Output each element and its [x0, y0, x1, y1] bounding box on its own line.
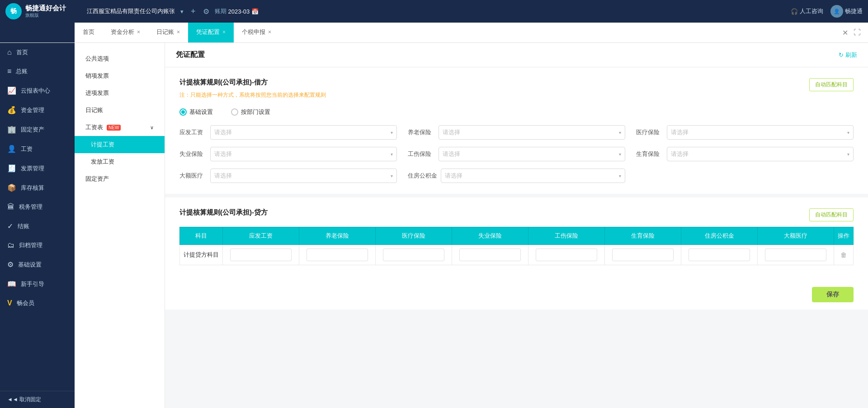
- ai-consult-button[interactable]: 🎧 人工咨询: [791, 7, 823, 15]
- page-title: 凭证配置: [176, 50, 205, 60]
- cell-shiye-input[interactable]: [452, 245, 528, 265]
- close-window-icon[interactable]: ✕: [842, 28, 848, 37]
- reports-icon: 📈: [7, 86, 16, 95]
- logo-sub: 旗舰版: [25, 12, 66, 19]
- left-panel-sales-invoice[interactable]: 销项发票: [75, 67, 165, 84]
- sidebar-item-invoice[interactable]: 🧾 发票管理: [0, 159, 75, 178]
- input-yiliao[interactable]: [383, 249, 445, 261]
- radio-basic[interactable]: 基础设置: [179, 108, 213, 116]
- tab-voucher[interactable]: 凭证配置 ×: [188, 23, 234, 42]
- sidebar-item-salary[interactable]: 👤 工资: [0, 139, 75, 159]
- delete-row-icon[interactable]: 🗑: [840, 251, 847, 258]
- debit-section-title: 计提核算规则(公司承担)-借方: [179, 78, 326, 87]
- tab-close-journal[interactable]: ×: [177, 29, 180, 35]
- input-yingfa[interactable]: [230, 249, 292, 261]
- col-shiye: 失业保险: [452, 227, 528, 245]
- sidebar-item-ledger[interactable]: ≡ 总账: [0, 62, 75, 81]
- cell-yingfa-input[interactable]: [223, 245, 299, 265]
- sidebar-item-member[interactable]: V 畅会员: [0, 294, 75, 313]
- cell-shengyu-input[interactable]: [605, 245, 681, 265]
- user-area[interactable]: 👤 畅捷通: [830, 5, 863, 18]
- expand-arrow-icon[interactable]: ∨: [150, 125, 154, 131]
- cell-yiliao-input[interactable]: [376, 245, 452, 265]
- debit-section: 计提核算规则(公司承担)-借方 注：只能选择一种方式，系统将按照您当前的选择来配…: [165, 67, 868, 197]
- cell-zhufang-input[interactable]: [681, 245, 758, 265]
- tab-close-funds[interactable]: ×: [137, 29, 140, 35]
- tab-close-tax[interactable]: ×: [268, 29, 271, 35]
- refresh-icon: ↻: [839, 52, 844, 58]
- label-zhufang: 住房公积金: [408, 172, 437, 180]
- tab-close-voucher[interactable]: ×: [222, 29, 226, 35]
- radio-basic-circle: [179, 108, 187, 116]
- left-panel-salary-table[interactable]: 工资表 NEW ∨: [75, 119, 165, 136]
- col-subject: 科目: [180, 227, 223, 245]
- company-dropdown-icon[interactable]: ▾: [180, 8, 184, 15]
- avatar: 👤: [830, 5, 843, 18]
- save-button[interactable]: 保存: [812, 287, 854, 302]
- col-action: 操作: [834, 227, 854, 245]
- add-button[interactable]: +: [189, 7, 198, 16]
- left-panel-purchase-invoice[interactable]: 进项发票: [75, 84, 165, 102]
- select-shiye[interactable]: 请选择 ▾: [210, 147, 397, 161]
- select-arrow-icon: ▾: [391, 152, 393, 157]
- sidebar-item-home[interactable]: ⌂ 首页: [0, 43, 75, 62]
- cell-gongshang-input[interactable]: [528, 245, 605, 265]
- cell-delete-action[interactable]: 🗑: [834, 245, 854, 265]
- calendar-icon[interactable]: 📅: [251, 8, 259, 15]
- sidebar-item-settle[interactable]: ✓ 结账: [0, 216, 75, 236]
- sidebar-item-archive[interactable]: 🗂 归档管理: [0, 236, 75, 255]
- cell-yanglao-input[interactable]: [299, 245, 376, 265]
- input-zhufang[interactable]: [689, 249, 750, 261]
- input-yanglao[interactable]: [307, 249, 368, 261]
- tax-icon: 🏛: [7, 203, 14, 211]
- left-panel-accrual-salary[interactable]: 计提工资: [75, 136, 165, 153]
- sidebar-item-assets[interactable]: 🏢 固定资产: [0, 120, 75, 139]
- label-yiliao: 医疗保险: [636, 128, 663, 136]
- radio-department[interactable]: 按部门设置: [231, 108, 270, 116]
- label-yanglao: 养老保险: [408, 128, 435, 136]
- select-yanglao[interactable]: 请选择 ▾: [439, 125, 625, 140]
- sidebar-item-reports[interactable]: 📈 云报表中心: [0, 81, 75, 100]
- auto-match-debit-button[interactable]: 自动匹配科目: [809, 78, 854, 91]
- left-panel-journal[interactable]: 日记账: [75, 102, 165, 119]
- col-yingfa: 应发工资: [223, 227, 299, 245]
- sidebar-item-guide[interactable]: 📖 新手引导: [0, 274, 75, 294]
- input-shengyu[interactable]: [612, 249, 674, 261]
- input-gongshang[interactable]: [536, 249, 598, 261]
- tab-tax[interactable]: 个税申报 ×: [234, 23, 279, 42]
- period-value: 2023-03: [228, 8, 250, 15]
- content-area: 公共选项 销项发票 进项发票 日记账 工资表 NEW ∨ 计提工资: [75, 43, 868, 408]
- left-panel-public[interactable]: 公共选项: [75, 50, 165, 67]
- top-bar-right: 🎧 人工咨询 👤 畅捷通: [791, 5, 863, 18]
- select-arrow-icon: ▾: [391, 174, 393, 178]
- sidebar-item-tax[interactable]: 🏛 税务管理: [0, 197, 75, 216]
- left-panel-pay-salary[interactable]: 发放工资: [75, 153, 165, 170]
- cancel-fixed-button[interactable]: ◄◄ 取消固定: [0, 391, 75, 408]
- cell-daeyiliao-input[interactable]: [758, 245, 834, 265]
- tab-home[interactable]: 首页: [75, 23, 103, 42]
- select-daeyiliao[interactable]: 请选择 ▾: [210, 169, 397, 183]
- debit-form-grid: 应发工资 请选择 ▾ 养老保险 请选择 ▾ 医疗: [179, 125, 854, 183]
- new-badge: NEW: [107, 125, 121, 131]
- sidebar-item-settings[interactable]: ⚙ 基础设置: [0, 255, 75, 274]
- gear-icon[interactable]: ⚙: [203, 7, 209, 16]
- field-zhufang: 住房公积金 请选择 ▾: [408, 169, 625, 183]
- sidebar-item-funds[interactable]: 💰 资金管理: [0, 100, 75, 120]
- auto-match-credit-button[interactable]: 自动匹配科目: [809, 208, 854, 221]
- settings-icon: ⚙: [7, 260, 14, 269]
- select-gongshang[interactable]: 请选择 ▾: [439, 147, 625, 161]
- select-zhufang[interactable]: 请选择 ▾: [441, 169, 625, 183]
- expand-window-icon[interactable]: ⛶: [854, 28, 861, 37]
- select-yiliao[interactable]: 请选择 ▾: [667, 125, 854, 140]
- tab-journal[interactable]: 日记账 ×: [148, 23, 188, 42]
- select-shengyu[interactable]: 请选择 ▾: [667, 147, 854, 161]
- settle-icon: ✓: [7, 222, 13, 230]
- refresh-button[interactable]: ↻ 刷新: [839, 51, 857, 59]
- input-shiye[interactable]: [459, 249, 521, 261]
- col-yiliao: 医疗保险: [376, 227, 452, 245]
- sidebar-item-inventory[interactable]: 📦 库存核算: [0, 178, 75, 197]
- select-yingfa[interactable]: 请选择 ▾: [210, 125, 397, 140]
- input-daeyiliao[interactable]: [765, 249, 827, 261]
- tab-funds[interactable]: 资金分析 ×: [103, 23, 148, 42]
- left-panel-fixed-assets[interactable]: 固定资产: [75, 170, 165, 188]
